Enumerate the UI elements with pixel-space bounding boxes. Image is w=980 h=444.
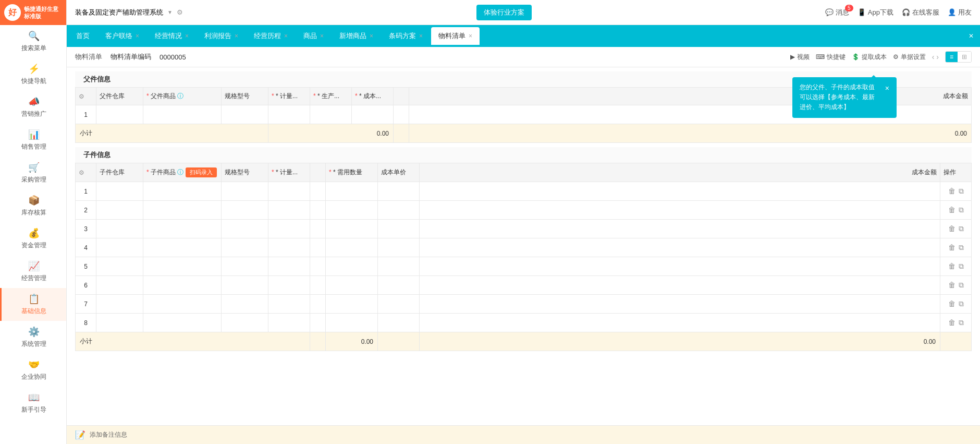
system-dropdown-arrow[interactable]: ▼ [167,9,173,15]
child-warehouse-input-1[interactable] [96,182,143,200]
child-row-6-warehouse[interactable] [96,276,143,295]
child-row-4-unit[interactable] [268,238,310,257]
child-row-4-delete-icon[interactable]: 🗑 [948,243,956,252]
parent-unit-input-1[interactable] [268,105,310,124]
parent-cost-input-1[interactable] [352,105,393,124]
child-row-7-product[interactable] [143,295,222,314]
child-product-input-3[interactable] [143,220,221,238]
child-product-input-8[interactable] [143,314,221,332]
tab-close-all[interactable]: ✕ [964,30,978,42]
parent-row-1-unit[interactable] [268,105,310,124]
child-row-7-unit-cost[interactable] [378,295,420,314]
child-qty-input-4[interactable] [326,238,377,257]
tab-history[interactable]: 经营历程 × [247,27,295,45]
child-row-3-amount[interactable] [420,220,940,238]
prev-arrow[interactable]: ‹ [932,53,935,61]
parent-row-1-cost[interactable] [352,105,394,124]
child-row-4-spec[interactable] [222,238,268,257]
child-row-8-amount[interactable] [420,314,940,332]
child-row-7-qty[interactable] [326,295,378,314]
child-amount-input-1[interactable] [420,182,940,200]
child-row-8-warehouse[interactable] [96,314,143,332]
child-product-input-6[interactable] [143,276,221,294]
sidebar-item-operations[interactable]: 📈 经营管理 [0,255,66,288]
child-amount-input-2[interactable] [420,201,940,219]
tab-home[interactable]: 首页 [69,27,97,45]
child-row-4-product[interactable] [143,238,222,257]
list-view-btn[interactable]: ≡ [946,52,958,62]
child-qty-input-1[interactable] [326,182,377,200]
child-row-3-copy-icon[interactable]: ⧉ [959,224,964,233]
child-row-5-spec[interactable] [222,257,268,276]
child-unit-cost-input-3[interactable] [378,220,419,238]
child-row-6-unit-cost[interactable] [378,276,420,295]
child-unit-input-7[interactable] [268,295,310,313]
child-row-8-unit-cost[interactable] [378,314,420,332]
sidebar-item-finance[interactable]: 💰 资金管理 [0,222,66,255]
trial-button[interactable]: 体验行业方案 [476,5,532,20]
child-spec-input-1[interactable] [222,182,268,200]
child-row-2-spec[interactable] [222,201,268,220]
child-row-3-warehouse[interactable] [96,220,143,238]
child-amount-input-4[interactable] [420,238,940,257]
child-qty-input-6[interactable] [326,276,377,294]
settings-icon[interactable]: ⚙ [177,8,183,16]
sidebar-item-collaboration[interactable]: 🤝 企业协同 [0,354,66,387]
next-arrow[interactable]: › [936,53,939,61]
child-row-3-spec[interactable] [222,220,268,238]
child-qty-input-7[interactable] [326,295,377,313]
child-product-input-7[interactable] [143,295,221,313]
child-row-1-unit-cost[interactable] [378,182,420,201]
sidebar-item-search[interactable]: 🔍 搜索菜单 [0,25,66,58]
child-unit-input-4[interactable] [268,238,310,257]
child-row-4-copy-icon[interactable]: ⧉ [959,243,964,252]
child-row-7-amount[interactable] [420,295,940,314]
parent-row-1-product[interactable] [143,105,222,124]
view-action[interactable]: ▶ 视频 [790,53,810,62]
child-row-3-product[interactable] [143,220,222,238]
tab-product-close[interactable]: × [320,32,324,40]
user-item[interactable]: 👤 用友 [948,8,972,17]
child-row-4-unit-cost[interactable] [378,238,420,257]
child-row-7-spec[interactable] [222,295,268,314]
child-unit-input-8[interactable] [268,314,310,332]
child-row-5-copy-icon[interactable]: ⧉ [959,262,964,271]
child-row-2-copy-icon[interactable]: ⧉ [959,206,964,214]
child-row-2-unit-cost[interactable] [378,201,420,220]
child-row-1-qty[interactable] [326,182,378,201]
child-row-7-unit[interactable] [268,295,310,314]
child-product-input-4[interactable] [143,238,221,257]
tab-customer-close[interactable]: × [136,32,139,40]
child-row-8-delete-icon[interactable]: 🗑 [948,318,956,327]
child-row-2-warehouse[interactable] [96,201,143,220]
child-row-5-qty[interactable] [326,257,378,276]
child-qty-input-2[interactable] [326,201,377,219]
child-warehouse-input-7[interactable] [96,295,143,313]
child-row-2-amount[interactable] [420,201,940,220]
tab-barcode-close[interactable]: × [419,32,423,40]
sidebar-item-inventory[interactable]: 📦 库存核算 [0,189,66,222]
child-qty-input-3[interactable] [326,220,377,238]
child-row-5-warehouse[interactable] [96,257,143,276]
child-row-2-qty[interactable] [326,201,378,220]
child-row-5-unit-cost[interactable] [378,257,420,276]
message-item[interactable]: 💬 消息 5 [825,8,849,17]
tooltip-close-btn[interactable]: × [885,82,889,94]
child-row-3-delete-icon[interactable]: 🗑 [948,224,956,233]
child-unit-cost-input-2[interactable] [378,201,419,219]
child-spec-input-7[interactable] [222,295,268,313]
child-spec-input-2[interactable] [222,201,268,219]
child-warehouse-input-4[interactable] [96,238,143,257]
tab-profit[interactable]: 利润报告 × [197,27,246,45]
child-warehouse-input-2[interactable] [96,201,143,219]
child-product-info-icon[interactable]: ⓘ [177,169,183,176]
child-amount-input-8[interactable] [420,314,940,332]
parent-row-1-production[interactable] [310,105,352,124]
child-spec-input-4[interactable] [222,238,268,257]
tab-operations-status[interactable]: 经营情况 × [148,27,196,45]
scan-input-btn[interactable]: 扫码录入 [186,167,217,177]
child-product-input-5[interactable] [143,257,221,275]
sidebar-item-basic-info[interactable]: 📋 基础信息 [0,288,66,321]
sidebar-item-sales[interactable]: 📊 销售管理 [0,124,66,157]
child-product-input-2[interactable] [143,201,221,219]
